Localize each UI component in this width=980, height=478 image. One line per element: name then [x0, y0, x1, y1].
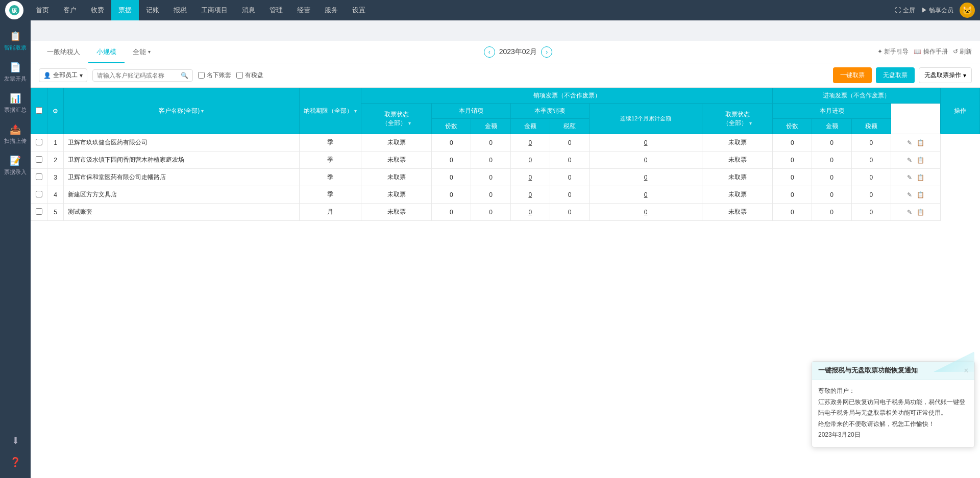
- edit-icon[interactable]: ✎: [907, 157, 912, 164]
- employee-filter[interactable]: 👤 全部员工 ▾: [39, 68, 87, 82]
- doc-icon[interactable]: 📋: [917, 157, 924, 164]
- doc-icon[interactable]: 📋: [917, 174, 924, 181]
- row-purchase-month-amount: 0: [812, 169, 851, 186]
- notif-text: 尊敬的用户： 江苏政务网已恢复访问电子税务局功能，易代账一键登陆电子税务局与无盘…: [818, 386, 968, 441]
- edit-icon[interactable]: ✎: [907, 174, 912, 181]
- sub-account-checkbox[interactable]: [198, 72, 205, 79]
- guide-btn[interactable]: ✦ 新手引导: [877, 47, 909, 56]
- row-purchase-status: 未取票: [702, 186, 773, 204]
- row-purchase-status: 未取票: [702, 204, 773, 221]
- th-sale-group: 销项发票（不含作废票）: [361, 88, 772, 104]
- row-checkbox[interactable]: [31, 134, 47, 152]
- th-checkbox: [31, 88, 47, 134]
- doc-icon[interactable]: 📋: [917, 191, 924, 198]
- tab-all[interactable]: 全能 ▾: [125, 41, 159, 63]
- nav-invoice[interactable]: 票据: [111, 0, 139, 20]
- th-tax-period: 纳税期限（全部） ▾: [299, 88, 361, 134]
- no-disk-ops-btn[interactable]: 无盘取票操作 ▾: [919, 67, 972, 83]
- sidebar-item-issue[interactable]: 📄 发票开具: [0, 57, 31, 88]
- row-checkbox[interactable]: [31, 186, 47, 204]
- row-checkbox[interactable]: [31, 204, 47, 221]
- nav-ledger[interactable]: 记账: [139, 0, 166, 20]
- th-sale-quarter-amount: 金额: [510, 119, 550, 134]
- fullscreen-btn[interactable]: ⛶ 全屏: [895, 6, 915, 15]
- member-btn[interactable]: ▶ 畅享会员: [921, 6, 953, 15]
- tab-general[interactable]: 一般纳税人: [39, 41, 88, 63]
- th-purchase-month: 本月进项: [773, 104, 891, 119]
- nav-service[interactable]: 服务: [317, 0, 345, 20]
- sidebar-item-help[interactable]: ❓: [10, 451, 21, 473]
- row-customer-name: 卫辉市汲水镇下园闻香阁营木种植家庭农场: [64, 152, 300, 169]
- table-row: 3 卫辉市保和堂医药有限公司走幡路店 季 未取票 0 0 0 0 0 未取票 0…: [31, 169, 980, 186]
- sidebar-item-summary[interactable]: 📊 票据汇总: [0, 88, 31, 119]
- period-next-btn[interactable]: ›: [541, 46, 552, 58]
- row-sale-month-amount: 0: [471, 152, 510, 169]
- row-sale-status: 未取票: [361, 134, 431, 152]
- th-purchase-status: 取票状态（全部） ▾: [702, 104, 773, 134]
- sidebar-bottom: ⬇ ❓: [10, 430, 21, 478]
- sub-header: 一般纳税人 小规模 全能 ▾ ‹ 2023年02月 › ✦ 新手引导 📖 操作手…: [31, 41, 980, 63]
- nav-home[interactable]: 首页: [29, 0, 56, 20]
- edit-icon[interactable]: ✎: [907, 139, 912, 146]
- row-purchase-month-tax: 0: [851, 186, 891, 204]
- th-settings: ⚙: [47, 88, 64, 134]
- row-purchase-month-amount: 0: [812, 152, 851, 169]
- row-index: 3: [47, 169, 64, 186]
- row-purchase-month-amount: 0: [812, 204, 851, 221]
- nav-management[interactable]: 管理: [262, 0, 290, 20]
- row-actions[interactable]: ✎ 📋: [891, 186, 940, 204]
- select-all-checkbox[interactable]: [36, 107, 42, 114]
- row-sale-month-amount: 0: [471, 186, 510, 204]
- nav-business[interactable]: 工商项目: [194, 0, 235, 20]
- edit-icon[interactable]: ✎: [907, 209, 912, 216]
- search-input[interactable]: [97, 72, 179, 79]
- nav-customer[interactable]: 客户: [56, 0, 84, 20]
- row-sale-month-count: 0: [432, 169, 471, 186]
- nav-message[interactable]: 消息: [235, 0, 262, 20]
- no-disk-btn[interactable]: 无盘取票: [876, 67, 915, 83]
- period-prev-btn[interactable]: ‹: [484, 46, 495, 58]
- nav-tax[interactable]: 报税: [166, 0, 194, 20]
- edit-icon[interactable]: ✎: [907, 191, 912, 198]
- row-sale-quarter-amount: 0: [510, 169, 550, 186]
- doc-icon[interactable]: 📋: [917, 209, 924, 216]
- row-checkbox[interactable]: [31, 169, 47, 186]
- download-icon: ⬇: [12, 435, 19, 446]
- row-actions[interactable]: ✎ 📋: [891, 204, 940, 221]
- row-actions[interactable]: ✎ 📋: [891, 152, 940, 169]
- tax-disk-filter[interactable]: 有税盘: [236, 71, 263, 80]
- refresh-btn[interactable]: ↺ 刷新: [953, 47, 972, 56]
- sidebar-label-entry: 票据录入: [4, 168, 27, 176]
- search-box: 🔍: [92, 69, 193, 82]
- tax-disk-checkbox[interactable]: [236, 72, 243, 79]
- row-actions[interactable]: ✎ 📋: [891, 169, 940, 186]
- sidebar-item-entry[interactable]: 📝 票据录入: [0, 150, 31, 181]
- nav-fee[interactable]: 收费: [84, 0, 111, 20]
- nav-operation[interactable]: 经营: [290, 0, 317, 20]
- sidebar-item-download[interactable]: ⬇: [10, 430, 21, 451]
- tab-small[interactable]: 小规模: [88, 41, 125, 63]
- table-row: 2 卫辉市汲水镇下园闻香阁营木种植家庭农场 季 未取票 0 0 0 0 0 未取…: [31, 152, 980, 169]
- nav-settings[interactable]: 设置: [345, 0, 373, 20]
- period-nav: ‹ 2023年02月 ›: [484, 46, 553, 58]
- doc-icon[interactable]: 📋: [917, 139, 924, 146]
- row-sale-quarter-tax: 0: [550, 134, 589, 152]
- svg-text:碳: 碳: [11, 8, 17, 13]
- sidebar: 📋 智能取票 📄 发票开具 📊 票据汇总 📤 扫描上传 📝 票据录入 ⬇ ❓: [0, 20, 31, 478]
- sidebar-item-upload[interactable]: 📤 扫描上传: [0, 119, 31, 150]
- row-checkbox[interactable]: [31, 152, 47, 169]
- manual-btn[interactable]: 📖 操作手册: [914, 47, 947, 56]
- one-click-btn[interactable]: 一键取票: [833, 67, 872, 83]
- user-avatar[interactable]: 🐱: [960, 3, 975, 18]
- upload-icon: 📤: [10, 124, 21, 135]
- row-purchase-month-count: 0: [773, 186, 812, 204]
- row-sale-quarter-tax: 0: [550, 152, 589, 169]
- row-sale-month-amount: 0: [471, 134, 510, 152]
- row-purchase-status: 未取票: [702, 152, 773, 169]
- search-icon[interactable]: 🔍: [181, 72, 188, 79]
- row-actions[interactable]: ✎ 📋: [891, 134, 940, 152]
- row-purchase-month-count: 0: [773, 204, 812, 221]
- sidebar-item-smart-fetch[interactable]: 📋 智能取票: [0, 26, 31, 57]
- sub-account-filter[interactable]: 名下账套: [198, 71, 231, 80]
- top-actions: ✦ 新手引导 📖 操作手册 ↺ 刷新: [877, 47, 972, 56]
